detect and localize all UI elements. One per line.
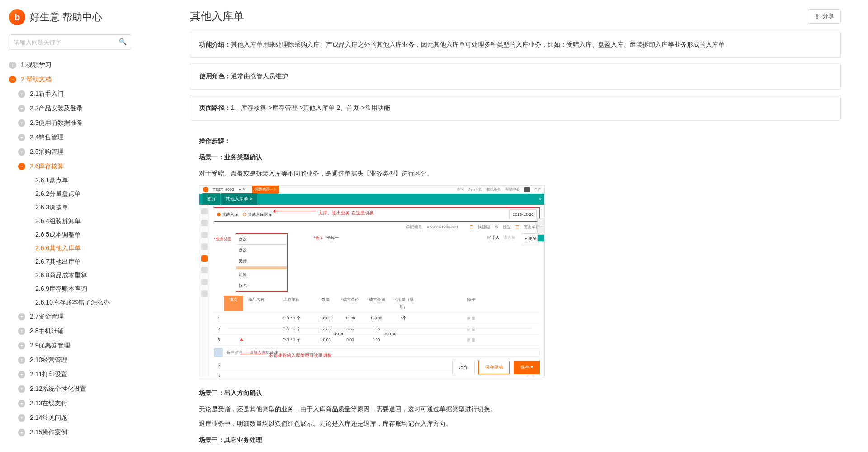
nav-leaf[interactable]: 2.6.10库存账本错了怎么办 bbox=[9, 296, 131, 309]
scene3-title: 场景三：其它业务处理 bbox=[199, 433, 832, 446]
mock-logo-icon bbox=[203, 187, 208, 192]
mock-link-qa[interactable]: 在线答疑 bbox=[486, 186, 501, 193]
mock-draft-button[interactable]: 保存草稿 bbox=[478, 361, 510, 374]
nav-item[interactable]: +2.3使用前数据准备 bbox=[9, 116, 131, 130]
minus-icon: − bbox=[18, 163, 25, 170]
mock-link-app[interactable]: App下载 bbox=[468, 186, 482, 193]
close-icon[interactable]: × bbox=[250, 195, 253, 204]
plus-icon: + bbox=[18, 429, 25, 436]
mock-wh-value[interactable]: 仓库一 bbox=[327, 233, 339, 242]
mock-rb-3[interactable] bbox=[537, 234, 544, 242]
nav-label: 2.1新手入门 bbox=[30, 90, 64, 98]
mock-side-icon-2[interactable] bbox=[201, 220, 208, 226]
nav-leaf[interactable]: 2.6.7其他出库单 bbox=[9, 255, 131, 269]
plus-icon: + bbox=[18, 119, 25, 127]
nav-item[interactable]: +2.1新手入门 bbox=[9, 87, 131, 101]
mock-buy-button[interactable]: 我要购买一下 bbox=[252, 186, 279, 194]
mock-link-help[interactable]: 帮助中心 bbox=[505, 186, 520, 193]
nav-label: 1.视频学习 bbox=[21, 61, 52, 69]
mock-top-right: 查询 App下载 在线答疑 帮助中心 C C bbox=[457, 186, 541, 193]
mock-orderno-label: 单据编号 bbox=[406, 223, 422, 231]
nav-item[interactable]: +2.15操作案例 bbox=[9, 425, 131, 440]
mock-link-search[interactable]: 查询 bbox=[457, 186, 464, 193]
role-text: 通常由仓管人员维护 bbox=[231, 72, 288, 80]
mock-rb-2[interactable] bbox=[537, 226, 544, 233]
mock-side-icon-1[interactable] bbox=[201, 208, 208, 214]
nav-label: 2.2产品安装及登录 bbox=[30, 105, 83, 113]
close-all-icon[interactable]: × bbox=[539, 194, 542, 204]
note-icon bbox=[214, 348, 223, 357]
nav-item[interactable]: +2.10经营管理 bbox=[9, 353, 131, 367]
nav-leaf[interactable]: 2.6.1盘点单 bbox=[9, 174, 131, 187]
plus-icon: + bbox=[18, 328, 25, 335]
plus-icon: + bbox=[18, 357, 25, 364]
nav-item[interactable]: +2.4销售管理 bbox=[9, 130, 131, 145]
scene2-p2: 退库业务中，明细数量均以负值红色展示。无论是入库还是退库，库存账均记在入库方向。 bbox=[199, 417, 832, 430]
plus-icon: + bbox=[18, 313, 25, 320]
nav-item[interactable]: +2.11打印设置 bbox=[9, 367, 131, 382]
nav-item[interactable]: +2.12系统个性化设置 bbox=[9, 382, 131, 396]
nav-leaf[interactable]: 2.6.5成本调整单 bbox=[9, 228, 131, 242]
nav-label: 2.4销售管理 bbox=[30, 133, 64, 142]
nav-item[interactable]: +2.14常见问题 bbox=[9, 411, 131, 425]
nav-item[interactable]: −2.6库存核算 bbox=[9, 159, 131, 174]
mock-date[interactable]: 2019-12-26 bbox=[509, 209, 537, 219]
nav-item[interactable]: +2.8手机旺铺 bbox=[9, 324, 131, 338]
nav-item[interactable]: +2.2产品安装及登录 bbox=[9, 101, 131, 116]
mock-side-icon-7[interactable] bbox=[201, 279, 208, 285]
plus-icon: + bbox=[18, 371, 25, 378]
mock-cancel-button[interactable]: 放弃 bbox=[452, 361, 475, 374]
th-op: 操作 bbox=[462, 296, 480, 311]
nav-item[interactable]: +1.视频学习 bbox=[9, 58, 131, 72]
table-row[interactable]: 1个/1 * 1 个1.0.0010.00100.007个⊕ 🗑 bbox=[214, 313, 540, 324]
avatar-icon bbox=[524, 187, 530, 192]
mock-side-icon-6[interactable] bbox=[201, 267, 208, 273]
mock-side-icon-4[interactable] bbox=[201, 243, 208, 250]
nav-leaf[interactable]: 2.6.9库存账本查询 bbox=[9, 282, 131, 296]
share-button[interactable]: ⇪ 分享 bbox=[808, 9, 841, 24]
nav-label: 2.帮助文档 bbox=[21, 76, 52, 84]
mock-save-button[interactable]: 保存 ▾ bbox=[514, 361, 540, 374]
nav-item[interactable]: +2.13在线支付 bbox=[9, 396, 131, 411]
nav-label: 2.11打印设置 bbox=[30, 371, 67, 379]
mock-tab-home[interactable]: 首页 bbox=[202, 193, 220, 205]
nav-leaf[interactable]: 2.6.8商品成本重算 bbox=[9, 269, 131, 282]
mock-dd-item[interactable]: 切换 bbox=[236, 269, 287, 280]
mock-side-icon-3[interactable] bbox=[201, 232, 208, 238]
search-icon[interactable]: 🔍 bbox=[119, 38, 127, 45]
mock-handler-input[interactable]: 请选择 bbox=[503, 233, 515, 242]
mock-tab-current[interactable]: 其他入库单× bbox=[221, 193, 257, 205]
nav-label: 2.13在线支付 bbox=[30, 400, 67, 408]
embedded-screenshot: TEST-H002 ▾ ✎ 我要购买一下 查询 App下载 在线答疑 帮助中心 … bbox=[199, 185, 545, 377]
mock-dd-item[interactable]: 盘盈 bbox=[236, 245, 287, 256]
sidebar: b 好生意 帮助中心 🔍 +1.视频学习−2.帮助文档+2.1新手入门+2.2产… bbox=[0, 0, 140, 452]
search-input[interactable] bbox=[9, 34, 131, 50]
annotation-2: 不同业务的入库类型可这里切换 bbox=[269, 351, 332, 360]
mock-total-qty: 40.00 bbox=[327, 330, 352, 338]
nav-leaf[interactable]: 2.6.3调拨单 bbox=[9, 201, 131, 214]
mock-biz-dropdown[interactable]: 盘盈 盘盈 受赠 切换 拆包 bbox=[236, 233, 288, 292]
mock-right-toolbar bbox=[537, 218, 544, 242]
mock-side-icon-5[interactable] bbox=[201, 255, 208, 262]
nav-leaf[interactable]: 2.6.2分量盘点单 bbox=[9, 187, 131, 201]
mock-rb-1[interactable] bbox=[537, 218, 544, 225]
nav-item[interactable]: +2.7资金管理 bbox=[9, 309, 131, 324]
mock-dd-item[interactable]: 拆包 bbox=[236, 280, 287, 291]
plus-icon: + bbox=[18, 342, 25, 349]
nav-item[interactable]: −2.帮助文档 bbox=[9, 72, 131, 87]
mock-account: TEST-H002 bbox=[213, 186, 234, 194]
nav-label: 2.10经营管理 bbox=[30, 356, 67, 364]
mock-radio-out[interactable]: 其他入库退库 bbox=[243, 210, 272, 219]
mock-tool-shortcut[interactable]: 快捷键 bbox=[478, 223, 490, 231]
nav-label: 2.6库存核算 bbox=[30, 162, 64, 171]
mock-tool-setting[interactable]: 设置 bbox=[503, 223, 511, 231]
nav-item[interactable]: +2.5采购管理 bbox=[9, 145, 131, 159]
mock-note-label: 备注信息 bbox=[226, 348, 243, 357]
nav-label: 2.3使用前数据准备 bbox=[30, 119, 83, 127]
mock-side-icon-8[interactable] bbox=[201, 290, 208, 297]
nav-leaf[interactable]: 2.6.4组装拆卸单 bbox=[9, 214, 131, 228]
nav-item[interactable]: +2.9优惠券管理 bbox=[9, 338, 131, 353]
nav-leaf[interactable]: 2.6.6其他入库单 bbox=[9, 242, 131, 255]
mock-dd-item[interactable]: 受赠 bbox=[236, 256, 287, 266]
mock-radio-in[interactable]: 其他入库 bbox=[217, 210, 238, 219]
